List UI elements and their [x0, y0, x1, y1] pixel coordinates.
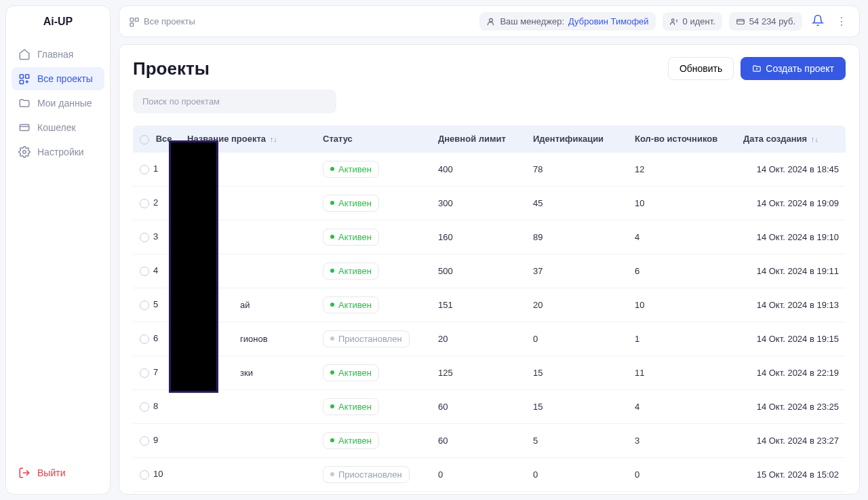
sidebar-item-wallet[interactable]: Кошелек [12, 116, 104, 139]
refresh-button[interactable]: Обновить [668, 57, 734, 80]
row-radio[interactable] [140, 233, 149, 242]
breadcrumb-label: Все проекты [144, 16, 195, 26]
id-icon [669, 17, 679, 26]
daily-limit-value: 60 [438, 402, 448, 412]
col-all-label: Все [156, 134, 172, 144]
table-row[interactable]: 5айАктивен151201014 Окт. 2024 в 19:13 [133, 288, 846, 322]
row-radio[interactable] [140, 267, 149, 276]
status-pill: Приостановлен [323, 330, 410, 347]
row-index: 6 [153, 333, 158, 343]
row-radio[interactable] [140, 301, 149, 310]
table-row[interactable]: 7зкиАктивен125151114 Окт. 2024 в 22:19 [133, 355, 846, 389]
table-row[interactable]: 2Активен300451014 Окт. 2024 в 19:09 [133, 186, 846, 220]
manager-name: Дубровин Тимофей [568, 16, 649, 26]
home-icon [18, 48, 31, 60]
row-index: 2 [153, 197, 158, 208]
table-row[interactable]: 9Активен605314 Окт. 2024 в 23:27 [133, 423, 846, 457]
sources-value: 0 [635, 469, 639, 480]
daily-limit-value: 20 [438, 334, 448, 344]
brand-logo: Ai-UP [12, 16, 104, 37]
manager-chip[interactable]: Ваш менеджер: Дубровин Тимофей [479, 12, 655, 31]
sources-value: 10 [635, 300, 644, 310]
row-index: 7 [153, 367, 158, 377]
notifications-button[interactable] [809, 12, 827, 31]
row-radio[interactable] [140, 199, 149, 208]
status-pill: Приостановлен [323, 466, 410, 483]
col-status-label: Статус [323, 134, 353, 144]
svg-rect-11 [737, 19, 745, 24]
folder-icon [18, 97, 31, 109]
project-name [187, 232, 240, 242]
row-radio[interactable] [140, 436, 149, 446]
svg-point-9 [490, 18, 493, 22]
logout-button[interactable]: Выйти [12, 461, 104, 484]
project-name [187, 266, 240, 276]
sort-icon: ↑↓ [270, 135, 277, 143]
projects-table: Все Название проекта ↑↓ Статус Дневной л… [133, 126, 846, 492]
svg-rect-2 [20, 80, 23, 83]
table-row[interactable]: 10Приостановлен00015 Окт. 2024 в 15:02 [133, 457, 846, 491]
more-menu-button[interactable]: ⋮ [833, 15, 850, 28]
select-all-radio[interactable] [140, 135, 149, 145]
status-label: Активен [338, 300, 372, 310]
daily-limit-value: 400 [438, 164, 453, 174]
project-name [187, 469, 240, 480]
table-row[interactable]: 1Активен400781214 Окт. 2024 в 18:45 [133, 153, 846, 187]
search-input[interactable] [133, 90, 336, 113]
sidebar-item-home[interactable]: Главная [12, 43, 104, 66]
page-title: Проекты [133, 58, 661, 79]
status-pill: Активен [323, 229, 379, 246]
sources-value: 6 [635, 266, 639, 276]
table-row[interactable]: 6гионовПриостановлен200114 Окт. 2024 в 1… [133, 322, 846, 355]
row-index: 8 [153, 401, 158, 411]
row-radio[interactable] [140, 470, 149, 480]
date-value: 14 Окт. 2024 в 19:11 [757, 266, 839, 276]
svg-rect-3 [20, 125, 29, 131]
table-row[interactable]: 8Активен6015414 Окт. 2024 в 23:25 [133, 389, 846, 423]
manager-label: Ваш менеджер: [500, 16, 564, 26]
balance-chip[interactable]: 54 234 руб. [729, 12, 802, 31]
ident-value: 0 идент. [683, 16, 715, 26]
sidebar-item-mydata[interactable]: Мои данные [12, 92, 104, 115]
sidebar-nav: Главная Все проекты Мои данные Кошелек Н… [12, 43, 104, 461]
daily-limit-value: 160 [438, 232, 453, 242]
col-date[interactable]: Дата создания ↑↓ [736, 126, 846, 153]
row-radio[interactable] [140, 334, 149, 344]
row-index: 1 [153, 164, 158, 174]
svg-rect-8 [130, 23, 134, 26]
sources-value: 12 [635, 164, 644, 174]
table-row[interactable]: 3Активен16089414 Окт. 2024 в 19:10 [133, 220, 846, 254]
sources-value: 10 [635, 198, 644, 208]
status-dot-icon [330, 472, 334, 476]
create-project-button[interactable]: Создать проект [741, 57, 846, 80]
row-radio[interactable] [140, 368, 149, 378]
row-radio[interactable] [140, 165, 149, 174]
row-radio[interactable] [140, 402, 149, 412]
status-dot-icon [330, 201, 334, 205]
breadcrumb[interactable]: Все проекты [129, 16, 195, 27]
gear-icon [18, 146, 31, 158]
content: Проекты Обновить Создать проект Все [119, 44, 860, 495]
ident-value: 45 [533, 198, 542, 208]
sidebar-item-projects[interactable]: Все проекты [12, 67, 104, 90]
projects-icon [18, 73, 31, 85]
col-name[interactable]: Название проекта ↑↓ [180, 126, 316, 153]
status-label: Активен [338, 436, 372, 446]
date-value: 14 Окт. 2024 в 19:09 [757, 198, 839, 208]
table-row[interactable]: 4Активен50037614 Окт. 2024 в 19:11 [133, 254, 846, 288]
wallet-icon [18, 121, 31, 134]
status-dot-icon [330, 269, 334, 273]
daily-limit-value: 125 [438, 368, 453, 378]
date-value: 14 Окт. 2024 в 19:13 [757, 300, 839, 310]
ident-chip[interactable]: 0 идент. [663, 12, 722, 31]
col-name-label: Название проекта [187, 134, 266, 144]
sources-value: 3 [635, 436, 639, 446]
status-label: Приостановлен [338, 334, 402, 344]
bell-icon [812, 14, 824, 26]
col-select[interactable]: Все [133, 126, 180, 153]
sidebar-item-settings[interactable]: Настройки [12, 140, 104, 164]
sidebar: Ai-UP Главная Все проекты Мои данные Кош… [5, 5, 111, 495]
date-value: 14 Окт. 2024 в 23:27 [757, 436, 839, 446]
status-pill: Активен [323, 195, 379, 212]
col-ident-label: Идентификации [533, 134, 604, 144]
